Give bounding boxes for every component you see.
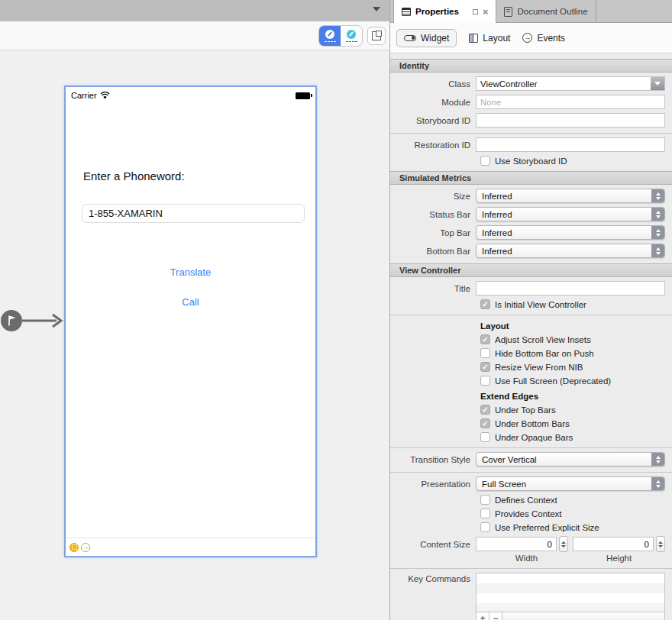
widget-tab-button[interactable]: Widget xyxy=(396,29,457,47)
transition-style-label: Transition Style xyxy=(390,455,476,464)
status-bar-popup[interactable]: Inferred xyxy=(476,207,665,221)
is-initial-label: Is Initial View Controller xyxy=(495,300,586,309)
nested-squares-icon xyxy=(372,31,381,40)
hide-bottom-row: Hide Bottom Bar on Push xyxy=(480,348,665,358)
identity-section-header: Identity xyxy=(390,59,672,73)
is-initial-checkbox[interactable]: ✓ xyxy=(480,299,490,309)
exit-segue-icon[interactable]: → xyxy=(81,543,90,552)
status-bar-value: Inferred xyxy=(482,210,512,219)
use-storyboard-id-row: Use Storyboard ID xyxy=(480,156,665,166)
panel-tab-bar: Properties × Document Outline xyxy=(390,0,672,23)
transition-style-popup[interactable]: Cover Vertical xyxy=(476,452,665,467)
top-bar-popup[interactable]: Inferred xyxy=(476,225,665,240)
use-preferred-row: Use Preferred Explicit Size xyxy=(480,522,665,532)
content-size-axis-labels: Width Height xyxy=(480,554,665,563)
content-height-field[interactable]: 0 xyxy=(573,537,654,551)
title-field[interactable] xyxy=(476,281,665,295)
hide-bottom-label: Hide Bottom Bar on Push xyxy=(495,349,594,358)
properties-icon xyxy=(402,8,411,16)
bottom-bar-label: Bottom Bar xyxy=(390,247,476,256)
storyboard-id-field[interactable] xyxy=(476,113,665,128)
use-preferred-checkbox[interactable] xyxy=(480,522,490,532)
divider xyxy=(390,447,672,448)
height-stepper[interactable] xyxy=(656,536,665,552)
provides-context-checkbox[interactable] xyxy=(480,509,490,518)
under-opaque-checkbox[interactable] xyxy=(480,432,490,442)
class-combobox[interactable]: ViewController xyxy=(476,76,665,91)
constraint-preview-segment[interactable] xyxy=(341,26,362,46)
remove-key-command-button[interactable]: − xyxy=(489,612,502,620)
popup-stepper-icon xyxy=(651,189,664,202)
bottom-bar-value: Inferred xyxy=(482,247,512,256)
designer-toolbar xyxy=(0,21,389,50)
events-tab-label: Events xyxy=(537,33,565,44)
wifi-icon xyxy=(100,92,110,99)
scene-bottom-bar: → xyxy=(66,538,315,556)
size-value: Inferred xyxy=(482,192,512,201)
content-width-field[interactable]: 0 xyxy=(476,537,557,551)
use-full-screen-checkbox[interactable] xyxy=(480,376,490,386)
key-commands-list[interactable] xyxy=(476,573,665,612)
width-stepper[interactable] xyxy=(559,536,568,552)
restoration-id-field[interactable] xyxy=(476,137,665,152)
call-button[interactable]: Call xyxy=(66,296,315,308)
key-commands-row: Key Commands + − xyxy=(390,573,665,620)
presentation-popup[interactable]: Full Screen xyxy=(476,476,665,491)
float-panel-icon[interactable] xyxy=(473,9,478,15)
combo-dropdown-icon[interactable] xyxy=(651,77,664,90)
widget-icon xyxy=(404,35,416,41)
add-key-command-button[interactable]: + xyxy=(477,612,489,620)
constraint-pencil-cyan-icon xyxy=(347,30,356,39)
presentation-row: Presentation Full Screen xyxy=(390,476,665,491)
storyboard-id-row: Storyboard ID xyxy=(390,113,665,128)
bottom-bar-popup[interactable]: Inferred xyxy=(476,244,665,258)
chevron-down-icon[interactable] xyxy=(373,7,380,11)
storyboard-id-label: Storyboard ID xyxy=(390,116,476,125)
phoneword-textfield[interactable]: 1-855-XAMARIN xyxy=(82,204,305,223)
under-top-checkbox[interactable]: ✓ xyxy=(480,405,490,415)
layout-tab-button[interactable]: Layout xyxy=(469,33,510,44)
top-bar-row: Top Bar Inferred xyxy=(390,225,665,240)
view-controller-section-header: View Controller xyxy=(390,263,672,277)
tab-properties[interactable]: Properties × xyxy=(393,0,496,23)
bottom-bar-row: Bottom Bar Inferred xyxy=(390,244,665,258)
popup-stepper-icon xyxy=(651,453,664,466)
size-label: Size xyxy=(390,192,476,201)
constraint-pencil-icon xyxy=(325,30,334,39)
dashed-line-icon xyxy=(325,41,336,42)
defines-context-checkbox[interactable] xyxy=(480,495,490,505)
content-size-row: Content Size 0 0 xyxy=(390,536,665,552)
divider xyxy=(390,315,672,315)
presentation-value: Full Screen xyxy=(482,480,526,489)
under-top-row: ✓ Under Top Bars xyxy=(480,405,665,415)
under-bottom-checkbox[interactable]: ✓ xyxy=(480,418,490,428)
resize-view-checkbox[interactable]: ✓ xyxy=(480,362,490,372)
size-inspector-button[interactable] xyxy=(367,27,386,45)
transition-style-row: Transition Style Cover Vertical xyxy=(390,452,665,467)
document-outline-icon xyxy=(504,7,512,17)
designer-pane: Carrier Enter a Phoneword: 1-855-XAMARIN… xyxy=(0,0,389,620)
events-tab-button[interactable]: → Events xyxy=(522,33,565,44)
status-bar-row: Status Bar Inferred xyxy=(390,207,665,221)
title-row: Title xyxy=(390,281,665,295)
status-bar-label: Status Bar xyxy=(390,210,476,219)
adjust-scroll-label: Adjust Scroll View Insets xyxy=(495,335,591,344)
resize-view-row: ✓ Resize View From NIB xyxy=(480,362,665,372)
content-width-value: 0 xyxy=(548,540,552,549)
storyboard-entry-point-arrow[interactable] xyxy=(0,309,66,332)
provides-context-row: Provides Context xyxy=(480,509,665,518)
adjust-scroll-checkbox[interactable]: ✓ xyxy=(480,334,490,344)
close-icon[interactable]: × xyxy=(483,7,489,17)
hide-bottom-checkbox[interactable] xyxy=(480,348,490,358)
view-controller-canvas[interactable]: Carrier Enter a Phoneword: 1-855-XAMARIN… xyxy=(64,86,317,557)
view-controller-icon[interactable] xyxy=(69,543,79,552)
phoneword-label[interactable]: Enter a Phoneword: xyxy=(83,170,185,182)
is-initial-row: ✓ Is Initial View Controller xyxy=(480,299,665,309)
module-field[interactable]: None xyxy=(476,95,665,109)
size-popup[interactable]: Inferred xyxy=(476,189,665,203)
tab-document-outline[interactable]: Document Outline xyxy=(496,0,596,23)
use-storyboard-id-checkbox[interactable] xyxy=(480,156,490,166)
translate-button[interactable]: Translate xyxy=(66,266,315,278)
constraint-edit-segment-selected[interactable] xyxy=(319,26,341,46)
storyboard-canvas[interactable]: Carrier Enter a Phoneword: 1-855-XAMARIN… xyxy=(0,50,389,619)
